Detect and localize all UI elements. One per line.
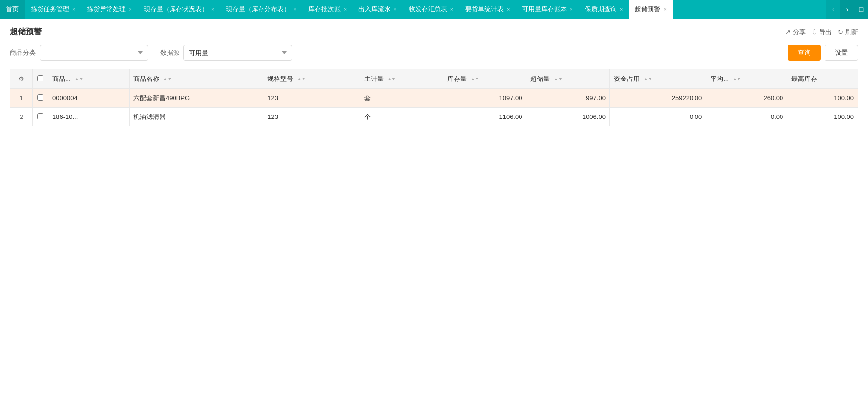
nav-arrow-group: ‹ › □ bbox=[826, 0, 868, 19]
nav-order-stat[interactable]: 要货单统计表 × bbox=[459, 0, 516, 19]
avg-cell: 0.00 bbox=[706, 108, 787, 126]
product-code-cell: 186-10... bbox=[48, 108, 130, 126]
sort-icon[interactable]: ▲▼ bbox=[644, 77, 652, 81]
nav-quality-check[interactable]: 保质期查询 × bbox=[579, 0, 629, 19]
col-label: 库存量 bbox=[447, 75, 467, 82]
nav-collect-summary[interactable]: 收发存汇总表 × bbox=[403, 0, 459, 19]
settings-button[interactable]: 设置 bbox=[825, 45, 858, 61]
data-table: ⚙ 商品... ▲▼ 商品名称 ▲▼ 规格型号 ▲▼ 主计 bbox=[10, 69, 858, 126]
col-stock: 库存量 ▲▼ bbox=[443, 69, 526, 89]
row-check-cell bbox=[33, 108, 48, 126]
spec-cell: 123 bbox=[263, 108, 360, 126]
share-icon: ↗ bbox=[785, 28, 791, 36]
col-spec: 规格型号 ▲▼ bbox=[263, 69, 360, 89]
avg-cell: 260.00 bbox=[706, 89, 787, 108]
close-icon[interactable]: × bbox=[507, 6, 510, 12]
export-icon: ⇩ bbox=[812, 28, 817, 36]
col-label: 商品名称 bbox=[133, 75, 159, 82]
filter-row: 商品分类 数据源 可用量 库存量 查询 设置 bbox=[10, 45, 858, 61]
stock-cell: 1106.00 bbox=[443, 108, 526, 126]
sort-icon[interactable]: ▲▼ bbox=[297, 77, 306, 81]
col-label: 最高库存 bbox=[791, 75, 817, 82]
col-max-stock: 最高库存 bbox=[787, 69, 858, 89]
row-number: 1 bbox=[10, 89, 33, 108]
sort-icon[interactable]: ▲▼ bbox=[554, 77, 563, 81]
row-checkbox[interactable] bbox=[37, 113, 43, 119]
top-navigation: 首页 拣货任务管理 × 拣货异常处理 × 现存量（库存状况表） × 现存量（库存… bbox=[0, 0, 868, 19]
nav-batch-account[interactable]: 库存批次账 × bbox=[303, 0, 352, 19]
nav-home[interactable]: 首页 bbox=[0, 0, 25, 19]
close-icon[interactable]: × bbox=[393, 6, 396, 12]
datasource-label: 数据源 bbox=[160, 48, 179, 57]
category-select[interactable] bbox=[40, 45, 148, 61]
refresh-button[interactable]: ↻ 刷新 bbox=[838, 28, 858, 37]
close-icon[interactable]: × bbox=[211, 6, 214, 12]
row-check-cell bbox=[33, 89, 48, 108]
col-overstock: 超储量 ▲▼ bbox=[526, 69, 609, 89]
table-row: 2 186-10... 机油滤清器 123 个 1106.00 1006.00 … bbox=[10, 108, 858, 126]
check-all-checkbox[interactable] bbox=[37, 75, 43, 81]
refresh-icon: ↻ bbox=[838, 28, 843, 36]
sort-icon[interactable]: ▲▼ bbox=[387, 77, 396, 81]
nav-pick-exception[interactable]: 拣货异常处理 × bbox=[81, 0, 137, 19]
nav-expand-button[interactable]: □ bbox=[854, 0, 868, 19]
col-unit: 主计量 ▲▼ bbox=[360, 69, 443, 89]
page-title: 超储预警 bbox=[10, 27, 42, 37]
table-header-row: ⚙ 商品... ▲▼ 商品名称 ▲▼ 规格型号 ▲▼ 主计 bbox=[10, 69, 858, 89]
category-filter: 商品分类 bbox=[10, 45, 148, 61]
nav-left-arrow[interactable]: ‹ bbox=[826, 0, 840, 19]
overstock-cell: 997.00 bbox=[526, 89, 609, 108]
datasource-select[interactable]: 可用量 库存量 bbox=[183, 45, 292, 61]
overstock-cell: 1006.00 bbox=[526, 108, 609, 126]
page-header: 超储预警 ↗ 分享 ⇩ 导出 ↻ 刷新 bbox=[10, 27, 858, 37]
spec-cell: 123 bbox=[263, 89, 360, 108]
datasource-filter: 数据源 可用量 库存量 bbox=[160, 45, 292, 61]
unit-cell: 个 bbox=[360, 108, 443, 126]
col-label: 资金占用 bbox=[614, 75, 640, 82]
share-button[interactable]: ↗ 分享 bbox=[785, 28, 806, 37]
category-label: 商品分类 bbox=[10, 48, 36, 57]
table-body: 1 0000004 六配套新昌490BPG 123 套 1097.00 997.… bbox=[10, 89, 858, 126]
stock-cell: 1097.00 bbox=[443, 89, 526, 108]
table-row: 1 0000004 六配套新昌490BPG 123 套 1097.00 997.… bbox=[10, 89, 858, 108]
col-capital: 资金占用 ▲▼ bbox=[609, 69, 706, 89]
col-label: 规格型号 bbox=[267, 75, 293, 82]
settings-icon[interactable]: ⚙ bbox=[14, 72, 28, 86]
close-icon[interactable]: × bbox=[620, 6, 623, 12]
max-stock-cell: 100.00 bbox=[787, 89, 858, 108]
query-button[interactable]: 查询 bbox=[788, 45, 821, 61]
sort-icon[interactable]: ▲▼ bbox=[163, 77, 172, 81]
col-label: 主计量 bbox=[364, 75, 384, 82]
close-icon[interactable]: × bbox=[570, 6, 573, 12]
col-label: 超储量 bbox=[530, 75, 550, 82]
capital-cell: 259220.00 bbox=[609, 89, 706, 108]
export-button[interactable]: ⇩ 导出 bbox=[812, 28, 832, 37]
unit-cell: 套 bbox=[360, 89, 443, 108]
row-checkbox[interactable] bbox=[37, 94, 43, 101]
col-check-all bbox=[33, 69, 48, 89]
max-stock-cell: 100.00 bbox=[787, 108, 858, 126]
nav-pick-task[interactable]: 拣货任务管理 × bbox=[25, 0, 81, 19]
capital-cell: 0.00 bbox=[609, 108, 706, 126]
col-avg: 平均... ▲▼ bbox=[706, 69, 787, 89]
nav-inout-flow[interactable]: 出入库流水 × bbox=[352, 0, 402, 19]
nav-stock-dist[interactable]: 现存量（库存分布表） × bbox=[220, 0, 302, 19]
close-icon[interactable]: × bbox=[344, 6, 347, 12]
product-name-cell: 机油滤清器 bbox=[129, 108, 263, 126]
nav-right-arrow[interactable]: › bbox=[840, 0, 854, 19]
nav-available-account[interactable]: 可用量库存账本 × bbox=[516, 0, 579, 19]
sort-icon[interactable]: ▲▼ bbox=[733, 77, 741, 81]
close-icon[interactable]: × bbox=[663, 6, 666, 12]
close-icon[interactable]: × bbox=[129, 6, 131, 12]
sort-icon[interactable]: ▲▼ bbox=[471, 77, 479, 81]
nav-overstock-warning[interactable]: 超储预警 × bbox=[629, 0, 672, 19]
col-label: 商品... bbox=[52, 75, 71, 82]
sort-icon[interactable]: ▲▼ bbox=[74, 77, 83, 81]
action-buttons: 查询 设置 bbox=[788, 45, 858, 61]
col-settings: ⚙ bbox=[10, 69, 33, 89]
product-name-cell: 六配套新昌490BPG bbox=[129, 89, 263, 108]
close-icon[interactable]: × bbox=[293, 6, 296, 12]
close-icon[interactable]: × bbox=[450, 6, 453, 12]
nav-stock-status[interactable]: 现存量（库存状况表） × bbox=[138, 0, 220, 19]
close-icon[interactable]: × bbox=[72, 6, 75, 12]
